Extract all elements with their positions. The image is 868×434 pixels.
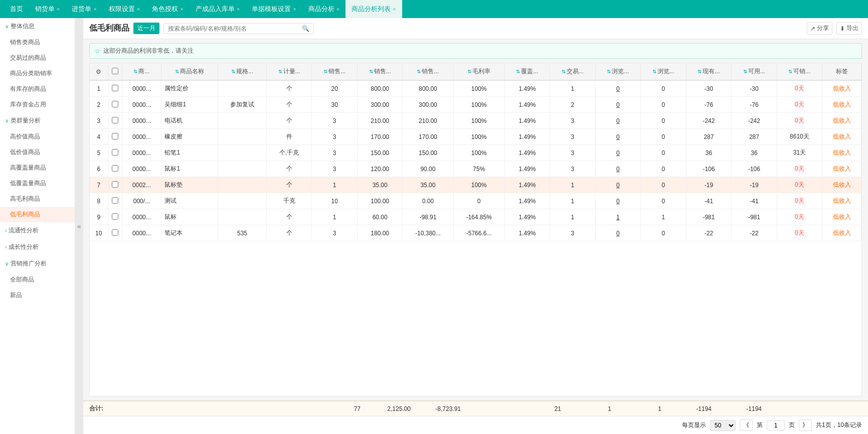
sidebar-item-all-products[interactable]: 全部商品 bbox=[0, 272, 75, 287]
col-price[interactable]: ⇅销售... bbox=[357, 63, 403, 80]
row-checkbox-input[interactable] bbox=[112, 197, 118, 204]
sidebar-group-growth[interactable]: › 成长性分析 bbox=[0, 239, 75, 255]
time-filter-button[interactable]: 近一月 bbox=[133, 23, 159, 34]
close-icon[interactable]: × bbox=[137, 6, 140, 12]
row-browse1[interactable]: 0 bbox=[595, 145, 641, 161]
col-browse1[interactable]: ⇅浏览... bbox=[595, 63, 641, 80]
col-current[interactable]: ⇅现有... bbox=[686, 63, 732, 80]
nav-product-analysis[interactable]: 商品分析 × bbox=[302, 0, 345, 18]
sidebar-item-low-value[interactable]: 低价值商品 bbox=[0, 144, 75, 160]
share-button[interactable]: ↗ 分享 bbox=[807, 22, 832, 35]
page-input[interactable] bbox=[767, 420, 785, 430]
col-saleable[interactable]: ⇅可销... bbox=[777, 63, 822, 80]
sidebar-item-new-products[interactable]: 新品 bbox=[0, 287, 75, 303]
nav-role[interactable]: 角色授权 × bbox=[146, 0, 189, 18]
footer-trade: 21 bbox=[521, 405, 561, 412]
col-coverage[interactable]: ⇅覆盖... bbox=[504, 63, 550, 80]
row-checkbox[interactable] bbox=[108, 161, 122, 177]
row-browse1[interactable]: 0 bbox=[595, 129, 641, 145]
sidebar-item-stock-products[interactable]: 有库存的商品 bbox=[0, 81, 75, 97]
row-checkbox-input[interactable] bbox=[112, 133, 118, 139]
select-all-checkbox[interactable] bbox=[112, 68, 118, 74]
row-checkbox-input[interactable] bbox=[112, 101, 118, 107]
row-checkbox[interactable] bbox=[108, 113, 122, 129]
col-spec[interactable]: ⇅规格... bbox=[218, 63, 267, 80]
export-button[interactable]: ⬇ 导出 bbox=[836, 22, 862, 35]
sidebar-item-traded-products[interactable]: 交易过的商品 bbox=[0, 50, 75, 66]
col-checkbox[interactable] bbox=[108, 63, 122, 80]
row-unit: 个 bbox=[266, 161, 312, 177]
close-icon[interactable]: × bbox=[237, 6, 240, 12]
close-icon[interactable]: × bbox=[393, 6, 396, 12]
row-available: -76 bbox=[732, 97, 777, 113]
row-checkbox-input[interactable] bbox=[112, 165, 118, 172]
col-qty[interactable]: ⇅销售... bbox=[312, 63, 358, 80]
col-trade[interactable]: ⇅交易... bbox=[550, 63, 596, 80]
col-available[interactable]: ⇅可用... bbox=[732, 63, 777, 80]
nav-home[interactable]: 首页 bbox=[4, 0, 29, 18]
sidebar-item-high-margin[interactable]: 高毛利商品 bbox=[0, 191, 75, 207]
row-checkbox-input[interactable] bbox=[112, 85, 118, 91]
row-browse1[interactable]: 0 bbox=[595, 97, 641, 113]
row-checkbox-input[interactable] bbox=[112, 213, 118, 220]
col-settings[interactable]: ⚙ bbox=[90, 63, 108, 80]
col-margin[interactable]: ⇅毛利率 bbox=[453, 63, 504, 80]
row-browse1[interactable]: 0 bbox=[595, 161, 641, 177]
sidebar-item-high-coverage[interactable]: 高覆盖量商品 bbox=[0, 160, 75, 176]
nav-permission[interactable]: 权限设置 × bbox=[103, 0, 146, 18]
row-amount: 150.00 bbox=[403, 145, 453, 161]
sidebar-group-flow[interactable]: › 流通性分析 bbox=[0, 222, 75, 239]
row-browse1[interactable]: 0 bbox=[595, 225, 641, 241]
row-checkbox[interactable] bbox=[108, 225, 122, 241]
row-checkbox[interactable] bbox=[108, 209, 122, 225]
nav-sales[interactable]: 销货单 × bbox=[29, 0, 66, 18]
row-checkbox-input[interactable] bbox=[112, 229, 118, 236]
sidebar-item-low-coverage[interactable]: 低覆盖量商品 bbox=[0, 176, 75, 191]
close-icon[interactable]: × bbox=[180, 6, 183, 12]
sidebar-group-overview[interactable]: ∨ 整体信息 bbox=[0, 18, 75, 35]
sidebar-item-high-value[interactable]: 高价值商品 bbox=[0, 129, 75, 144]
row-checkbox-input[interactable] bbox=[112, 149, 118, 156]
close-icon[interactable]: × bbox=[336, 6, 339, 12]
row-browse1[interactable]: 0 bbox=[595, 113, 641, 129]
col-code[interactable]: ⇅商... bbox=[122, 63, 161, 80]
close-icon[interactable]: × bbox=[293, 6, 296, 12]
col-amount[interactable]: ⇅销售... bbox=[403, 63, 453, 80]
collapse-sidebar-button[interactable]: « bbox=[75, 18, 83, 434]
nav-product-entry[interactable]: 产成品入库单 × bbox=[190, 0, 246, 18]
page-size-select[interactable]: 50 100 bbox=[710, 420, 736, 431]
row-browse1[interactable]: 1 bbox=[595, 209, 641, 225]
row-checkbox[interactable] bbox=[108, 177, 122, 193]
search-input[interactable] bbox=[168, 25, 302, 32]
sidebar-item-low-margin[interactable]: 低毛利商品 bbox=[0, 207, 75, 222]
close-icon[interactable]: × bbox=[57, 6, 60, 12]
close-icon[interactable]: × bbox=[93, 6, 96, 12]
row-checkbox[interactable] bbox=[108, 193, 122, 209]
nav-purchase[interactable]: 进货单 × bbox=[66, 0, 102, 18]
sidebar-item-capital[interactable]: 库存资金占用 bbox=[0, 97, 75, 112]
col-browse2[interactable]: ⇅浏览... bbox=[641, 63, 686, 80]
row-browse1[interactable]: 0 bbox=[595, 177, 641, 193]
row-trade: 3 bbox=[550, 129, 596, 145]
next-page-button[interactable]: 》 bbox=[799, 419, 812, 431]
row-checkbox[interactable] bbox=[108, 97, 122, 113]
sidebar-group-cluster[interactable]: ∨ 类群量分析 bbox=[0, 112, 75, 129]
sidebar-item-sales-products[interactable]: 销售类商品 bbox=[0, 35, 75, 50]
row-browse1[interactable]: 0 bbox=[595, 80, 641, 97]
prev-page-button[interactable]: 《 bbox=[740, 419, 753, 431]
row-checkbox[interactable] bbox=[108, 129, 122, 145]
nav-product-analysis-list[interactable]: 商品分析列表 × bbox=[345, 0, 402, 18]
nav-template[interactable]: 单据模板设置 × bbox=[246, 0, 302, 18]
sidebar-item-category-rate[interactable]: 商品分类助销率 bbox=[0, 66, 75, 81]
row-browse1[interactable]: 0 bbox=[595, 193, 641, 209]
row-checkbox-input[interactable] bbox=[112, 117, 118, 123]
row-no: 1 bbox=[90, 80, 108, 97]
sidebar-group-marketing[interactable]: ∨ 营销推广分析 bbox=[0, 255, 75, 272]
col-name[interactable]: ⇅商品名称 bbox=[161, 63, 218, 80]
row-checkbox[interactable] bbox=[108, 80, 122, 97]
col-tag[interactable]: 标签 bbox=[822, 63, 861, 80]
row-checkbox-input[interactable] bbox=[112, 181, 118, 188]
col-unit[interactable]: ⇅计量... bbox=[266, 63, 312, 80]
row-checkbox[interactable] bbox=[108, 145, 122, 161]
row-qty: 3 bbox=[312, 113, 358, 129]
